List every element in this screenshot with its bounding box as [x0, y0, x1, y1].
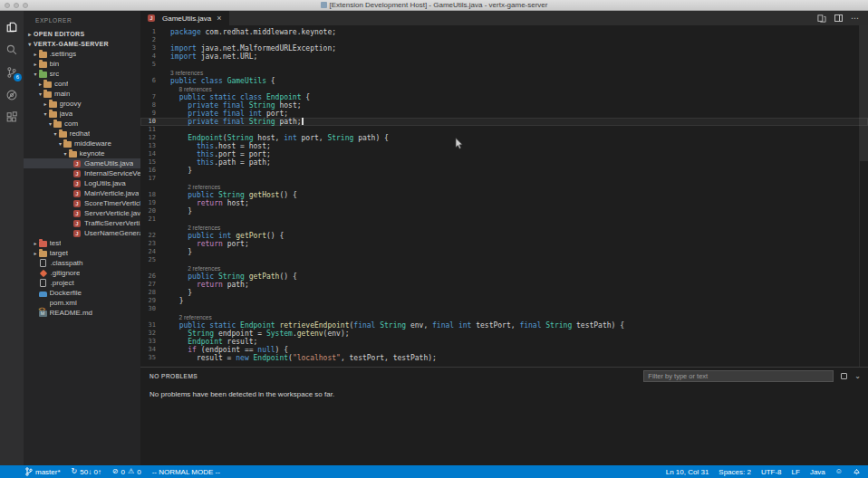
extensions-icon[interactable]	[0, 106, 24, 129]
tree-item-target[interactable]: ▸target	[24, 248, 140, 258]
tree-item-keynote[interactable]: ▾keynote	[24, 148, 140, 158]
twistie-expanded-icon[interactable]: ▾	[63, 150, 69, 157]
codelens-references[interactable]: 2 references	[140, 183, 868, 191]
editor-scrollbar[interactable]	[859, 25, 868, 367]
code-line-27[interactable]: 27 return path;	[140, 281, 868, 289]
open-editors-section[interactable]: ▸ OPEN EDITORS	[24, 29, 140, 39]
tree-item-src[interactable]: ▾src	[24, 69, 140, 79]
tree-item-trafficserververti-[interactable]: TrafficServerVerti...	[24, 218, 140, 228]
tree-item-internalservicever-[interactable]: InternalServiceVer...	[24, 168, 140, 178]
code-line-21[interactable]: 21	[140, 215, 868, 224]
code-line-3[interactable]: 3import java.net.MalformedURLException;	[140, 44, 868, 53]
feedback-smiley-icon[interactable]: ☺	[835, 467, 843, 476]
code-line-34[interactable]: 34 if (endpoint == null) {	[140, 346, 868, 354]
tree-item-redhat[interactable]: ▾redhat	[24, 129, 140, 139]
code-line-20[interactable]: 20 }	[140, 207, 868, 215]
twistie-expanded-icon[interactable]: ▾	[37, 91, 43, 97]
tree-item-java[interactable]: ▾java	[24, 109, 140, 119]
code-line-15[interactable]: 15 this.path = path;	[140, 158, 868, 167]
codelens-references[interactable]: 8 references	[140, 85, 868, 93]
explorer-icon[interactable]	[0, 15, 24, 38]
tree-item-conf[interactable]: ▸conf	[24, 79, 140, 89]
code-line-35[interactable]: 35 result = new Endpoint("localhost", te…	[140, 354, 868, 362]
code-line-31[interactable]: 31 public static Endpoint retrieveEndpoi…	[140, 321, 868, 330]
code-line-10[interactable]: 10 private final String path;	[140, 118, 868, 126]
code-line-24[interactable]: 24 }	[140, 248, 868, 256]
code-line-14[interactable]: 14 this.port = port;	[140, 150, 868, 158]
code-line-13[interactable]: 13 this.host = host;	[140, 142, 868, 150]
twistie-collapsed-icon[interactable]: ▸	[33, 61, 39, 67]
twistie-collapsed-icon[interactable]: ▸	[43, 100, 49, 107]
code-line-1[interactable]: 1package com.redhat.middleware.keynote;	[140, 28, 868, 36]
tree-item--classpath[interactable]: .classpath	[24, 258, 140, 268]
tree-item-main[interactable]: ▾main	[24, 89, 140, 99]
tree-item-mainverticle-java[interactable]: MainVerticle.java	[24, 188, 140, 198]
code-line-33[interactable]: 33 Endpoint result;	[140, 338, 868, 346]
debug-icon[interactable]	[0, 83, 24, 106]
twistie-collapsed-icon[interactable]: ▸	[33, 240, 39, 246]
code-line-7[interactable]: 7 public static class Endpoint {	[140, 93, 868, 101]
code-line-25[interactable]: 25	[140, 256, 868, 264]
twistie-expanded-icon[interactable]: ▾	[53, 130, 59, 137]
twistie-expanded-icon[interactable]: ▾	[33, 71, 39, 77]
scrollbar-thumb[interactable]	[860, 25, 868, 161]
open-changes-icon[interactable]	[817, 10, 826, 26]
codelens-references[interactable]: 2 references	[140, 224, 868, 232]
tree-item-middleware[interactable]: ▾middleware	[24, 139, 140, 148]
workspace-root-section[interactable]: ▾ VERTX-GAME-SERVER	[24, 39, 140, 49]
code-line-4[interactable]: 4import java.net.URL;	[140, 53, 868, 61]
code-line-32[interactable]: 32 String endpoint = System.getenv(env);	[140, 330, 868, 338]
git-branch-status[interactable]: master*	[25, 467, 61, 476]
codelens-references[interactable]: 2 references	[140, 264, 868, 272]
codelens-references[interactable]: 3 references	[140, 69, 868, 77]
eol-status[interactable]: LF	[792, 468, 800, 476]
code-line-19[interactable]: 19 return host;	[140, 199, 868, 207]
twistie-collapsed-icon[interactable]: ▸	[33, 250, 39, 256]
tree-item-gameutils-java[interactable]: GameUtils.java	[24, 158, 140, 168]
split-editor-icon[interactable]	[834, 14, 843, 22]
code-line-11[interactable]: 11	[140, 126, 868, 134]
tree-item-com[interactable]: ▾com	[24, 119, 140, 129]
tree-item-scoretimerverticl-[interactable]: ScoreTimerVerticl...	[24, 198, 140, 208]
code-line-8[interactable]: 8 private final String host;	[140, 101, 868, 110]
tree-item-pom-xml[interactable]: pom.xml	[24, 298, 140, 308]
problems-filter-input[interactable]	[643, 370, 834, 382]
indentation-status[interactable]: Spaces: 2	[719, 468, 751, 476]
code-line-9[interactable]: 9 private final int port;	[140, 110, 868, 118]
search-icon[interactable]	[0, 38, 24, 61]
twistie-expanded-icon[interactable]: ▾	[57, 140, 63, 147]
tree-item-bin[interactable]: ▸bin	[24, 59, 140, 69]
minimize-window-button[interactable]	[14, 3, 19, 8]
git-sync-status[interactable]: ↻ 50↓ 0↑	[72, 467, 101, 476]
code-editor[interactable]: 1package com.redhat.middleware.keynote;2…	[140, 25, 868, 367]
code-line-30[interactable]: 30	[140, 305, 868, 313]
zoom-window-button[interactable]	[23, 3, 28, 8]
problems-status[interactable]: ⊘ 0 ⚠ 0	[112, 467, 141, 476]
code-line-16[interactable]: 16 }	[140, 167, 868, 175]
tree-item-dockerfile[interactable]: Dockerfile	[24, 288, 140, 298]
tree-item--project[interactable]: .project	[24, 278, 140, 288]
cursor-position-status[interactable]: Ln 10, Col 31	[666, 468, 709, 476]
code-line-17[interactable]: 17	[140, 175, 868, 183]
language-mode-status[interactable]: Java	[810, 468, 825, 476]
code-line-26[interactable]: 26 public String getPath() {	[140, 272, 868, 281]
code-line-22[interactable]: 22 public int getPort() {	[140, 232, 868, 240]
close-window-button[interactable]	[5, 3, 10, 8]
code-line-29[interactable]: 29 }	[140, 297, 868, 305]
twistie-collapsed-icon[interactable]: ▸	[37, 81, 43, 87]
code-line-5[interactable]: 5	[140, 61, 868, 69]
code-line-28[interactable]: 28 }	[140, 289, 868, 297]
collapse-panel-icon[interactable]: ⌄	[854, 373, 861, 380]
close-tab-icon[interactable]: ×	[217, 14, 221, 22]
tree-item--gitignore[interactable]: .gitignore	[24, 268, 140, 278]
tree-item-readme-md[interactable]: README.md	[24, 308, 140, 318]
tree-item-groovy[interactable]: ▸groovy	[24, 99, 140, 109]
tree-item-test[interactable]: ▸test	[24, 238, 140, 248]
code-line-23[interactable]: 23 return port;	[140, 240, 868, 248]
code-line-6[interactable]: 6public class GameUtils {	[140, 77, 868, 85]
notifications-bell-icon[interactable]	[853, 467, 861, 477]
twistie-expanded-icon[interactable]: ▾	[47, 120, 53, 127]
code-line-18[interactable]: 18 public String getHost() {	[140, 191, 868, 199]
source-control-icon[interactable]: 6	[0, 61, 24, 83]
code-line-12[interactable]: 12 Endpoint(String host, int port, Strin…	[140, 134, 868, 142]
